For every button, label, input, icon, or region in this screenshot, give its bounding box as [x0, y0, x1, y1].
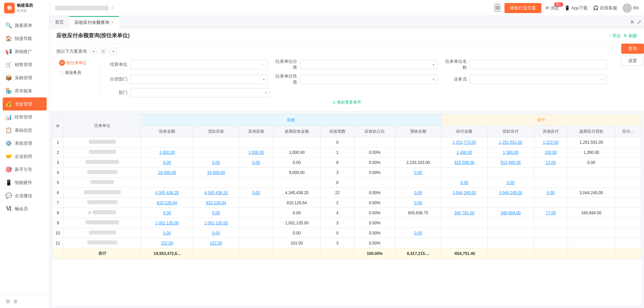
row-overdue-recv: [273, 137, 320, 147]
row-other-pay: [534, 228, 568, 238]
footer-collapse-btn[interactable]: ⏸: [13, 299, 18, 305]
th-settings[interactable]: ⚙: [53, 115, 63, 137]
dept-chevron: ▾: [263, 78, 265, 81]
row-no: 9: [53, 218, 63, 228]
sidebar-item-marketing[interactable]: 📢 营销推广: [0, 45, 49, 58]
row-loan-pay: 345,684.00: [487, 208, 534, 218]
try-solution-button[interactable]: 体验行业方案: [504, 3, 541, 13]
sidebar-item-label: 企业微信: [15, 193, 32, 199]
table-settings-icon[interactable]: ⚙: [56, 124, 60, 128]
row-partner: [63, 188, 141, 198]
filter-add-button[interactable]: +: [90, 48, 97, 55]
th-loan-recv: 贷款应收: [193, 126, 239, 137]
row-recv-amount: 18,000.00: [141, 168, 193, 178]
row-no: 3: [53, 158, 63, 168]
tab-close-btn[interactable]: ×: [111, 20, 114, 25]
export-button[interactable]: ↑ 导出: [609, 33, 621, 39]
guide-icon: 🎯: [5, 166, 12, 173]
row-recv-amount: [141, 178, 193, 188]
page-header-actions: ↑ 导出 ↻ 刷新: [609, 33, 638, 39]
th-partner: 往来单位: [63, 115, 141, 137]
row-loan-recv: [193, 178, 239, 188]
app-download-button[interactable]: 📱 App下载: [565, 5, 588, 11]
sidebar-item-base-info[interactable]: 📋 基础信息: [0, 124, 49, 137]
salesman-dots: ···: [601, 77, 604, 82]
messages-button[interactable]: ✉ 消息 99+: [545, 5, 559, 11]
scheme-by-unit[interactable]: W 按往来单位: [56, 58, 96, 67]
sidebar-item-search-menu[interactable]: 🔍 搜索菜单: [0, 19, 49, 32]
footer-settings-btn[interactable]: ⚙: [5, 298, 10, 305]
row-overdue-pay: 3,044,240.00: [568, 188, 615, 198]
sidebar-item-quick-nav[interactable]: 🏠 快捷导航: [0, 32, 49, 45]
footer-recv-count: [320, 248, 354, 259]
sales-icon: 🛒: [5, 61, 12, 68]
row-recv-amount: 1,001,135.00: [141, 218, 193, 228]
collapse-more-button[interactable]: ∧ 收起更多条件: [56, 97, 637, 107]
unit-name-input[interactable]: [470, 60, 607, 69]
salesman-input[interactable]: ···: [470, 75, 607, 84]
sidebar-item-inventory[interactable]: 🏪 库存核算: [0, 84, 49, 97]
user-profile[interactable]: Rit: [623, 3, 639, 13]
row-pay-more: [615, 238, 641, 248]
department-input[interactable]: ▾: [130, 88, 270, 97]
row-overdue-pay: [568, 168, 615, 178]
table-row: 5 0 0.00 0.00: [53, 178, 641, 188]
sidebar-item-sales[interactable]: 🛒 销售管理: [0, 58, 49, 71]
refresh-button[interactable]: ↻ 刷新: [624, 33, 637, 39]
purchase-icon: 📦: [5, 75, 12, 81]
tab-active[interactable]: 应收应付余额查询 ×: [69, 16, 119, 28]
row-loan-pay: [487, 238, 534, 248]
query-button[interactable]: 查询: [621, 44, 644, 54]
gear-button[interactable]: ⚙: [494, 4, 500, 12]
tab-home[interactable]: 首页: [50, 16, 69, 28]
filter-row-2: 分管部门 ▾ 往来单位性质 ▾: [103, 73, 607, 85]
sidebar-item-wechat[interactable]: 💬 企业微信: [0, 189, 49, 202]
filter-row-1: 结算单位 ··· 往来单位分类 ▾: [103, 58, 607, 71]
settlement-unit-input[interactable]: ···: [130, 60, 268, 69]
sidebar-item-enterprise[interactable]: 🤝 企业协同: [0, 150, 49, 163]
sidebar-item-label: 智能硬件: [15, 180, 32, 186]
sidebar-item-label: 搜索菜单: [15, 23, 32, 29]
row-other-pay: [534, 218, 568, 228]
th-overdue-recv: 超期应收金额: [273, 126, 320, 137]
row-other-pay: [534, 238, 568, 248]
window-expand-btn[interactable]: ⤢: [637, 19, 641, 25]
scheme-by-staff[interactable]: 按业务员: [56, 69, 96, 77]
row-loan-recv: 4,345,436.20: [193, 188, 239, 198]
sidebar-item-purchase[interactable]: 📦 采购管理: [0, 71, 49, 84]
footer-prepay: 6,417,215....: [395, 248, 441, 259]
sidebar-item-finance[interactable]: 💰 资金管理: [3, 97, 47, 111]
row-prepay: [395, 147, 441, 158]
sidebar-item-operations[interactable]: 📊 经营管理: [0, 111, 49, 124]
unit-nature-input[interactable]: ▾: [300, 75, 437, 84]
row-pay-amount: 0.00: [441, 178, 487, 188]
row-recv-amount: 1,000.00: [141, 147, 193, 158]
sidebar-item-sys-mgmt[interactable]: ⚙️ 系统管理: [0, 137, 49, 150]
row-partner: [63, 158, 141, 168]
unit-category-input[interactable]: ▾: [300, 60, 437, 69]
filter-collapse-button[interactable]: «: [110, 48, 117, 55]
online-service-button[interactable]: 🎧 在线客服: [593, 5, 617, 11]
row-recv-ratio: 0.00%: [355, 147, 395, 158]
settings-button[interactable]: 设置: [621, 56, 644, 66]
row-loan-recv: 0.00: [193, 158, 239, 168]
row-recv-count: 0: [320, 228, 354, 238]
row-other-recv: [239, 198, 273, 208]
row-other-recv: [239, 208, 273, 218]
unit-category-chevron: ▾: [433, 63, 434, 67]
row-no: 1: [53, 137, 63, 147]
dept-input[interactable]: ▾: [130, 75, 268, 84]
window-close-btn[interactable]: ✕: [630, 19, 634, 25]
row-loan-pay: 915,495.56: [487, 158, 534, 168]
row-pay-more: [615, 137, 641, 147]
filter-settings-button[interactable]: ⊙: [100, 48, 107, 55]
footer-other-pay: [534, 248, 568, 259]
row-recv-count: 3: [320, 168, 354, 178]
sidebar-item-member[interactable]: Ⅵ 畅会员: [0, 202, 49, 215]
sidebar-item-guide[interactable]: 🎯 新手引导: [0, 163, 49, 176]
table-row: 2 1,000.00 1,000.00 1,000.00 1 0.00% 1,4…: [53, 147, 641, 158]
row-other-recv: 1,000.00: [239, 147, 273, 158]
sidebar-item-label: 系统管理: [15, 140, 32, 146]
sidebar-item-hardware[interactable]: 📱 智能硬件: [0, 176, 49, 189]
inventory-icon: 🏪: [5, 88, 12, 94]
